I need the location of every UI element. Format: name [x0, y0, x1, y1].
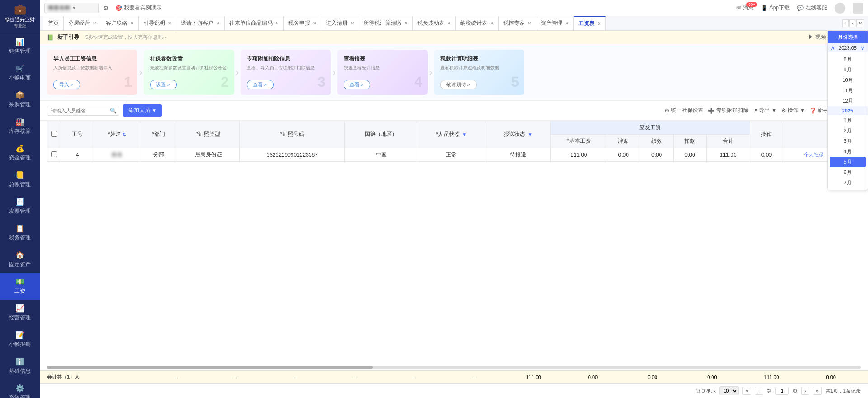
month-item-5[interactable]: 5月 [830, 157, 866, 167]
tab-invite-close[interactable]: ✕ [216, 21, 220, 26]
tab-prev-button[interactable]: ‹ [842, 19, 848, 27]
tab-next-button[interactable]: › [849, 19, 855, 27]
tab-tax-discount-label: 税负波动表 [417, 19, 444, 27]
tab-invite[interactable]: 邀请下游客户 ✕ [176, 16, 225, 31]
month-item-1[interactable]: 1月 [828, 115, 868, 126]
tab-tax-stat-close[interactable]: ✕ [490, 21, 494, 26]
search-input[interactable] [47, 106, 119, 116]
last-page-button[interactable]: » [813, 387, 822, 395]
account-selector[interactable]: 账套名称 ▼ [44, 3, 99, 13]
message-button[interactable]: ✉ 消息 99+ [736, 4, 754, 12]
tab-salary[interactable]: 工资表 ✕ [574, 16, 606, 31]
tab-clearance[interactable]: 进入清册 ✕ [321, 16, 359, 31]
sidebar-item-invoice[interactable]: 🧾 发票管理 [0, 193, 40, 220]
sidebar-item-report[interactable]: 📝 小畅报销 [0, 326, 40, 353]
step2-button[interactable]: 设置＞ [150, 80, 177, 89]
add-employee-button[interactable]: 添加人员 ▼ [123, 104, 162, 117]
plus-icon: ➕ [708, 108, 715, 114]
tab-guide-close[interactable]: ✕ [168, 21, 171, 26]
tab-tax-stat[interactable]: 纳税统计表 ✕ [456, 16, 499, 31]
tab-guide[interactable]: 引导说明 ✕ [139, 16, 176, 31]
special-deduct-button[interactable]: ➕ 专项附加扣除 [708, 107, 749, 114]
extra-button[interactable] [853, 3, 863, 14]
sidebar-item-purchase[interactable]: 📦 采购管理 [0, 86, 40, 113]
guide-video-link[interactable]: ▶ 视频 [808, 33, 826, 41]
tab-tax-report[interactable]: 税务申报 ✕ [284, 16, 321, 31]
topbar-settings-icon[interactable]: ⚙ [103, 5, 109, 12]
tab-income-tax-close[interactable]: ✕ [404, 21, 408, 26]
operation-button[interactable]: ⚙ 操作 ▼ [781, 107, 805, 114]
tab-close-all-button[interactable]: ✕ [856, 19, 864, 27]
step4-desc: 快速查看统计信息 [344, 65, 421, 76]
tab-income-tax[interactable]: 所得税汇算清缴 ✕ [359, 16, 413, 31]
tab-asset-mgmt[interactable]: 资产管理 ✕ [536, 16, 574, 31]
step3-button[interactable]: 查看＞ [247, 80, 274, 89]
status-filter-icon[interactable]: ▼ [462, 132, 467, 137]
month-picker-nav: ∧ 2023.05 ∨ [828, 43, 868, 52]
month-item-3[interactable]: 3月 [828, 136, 868, 146]
month-item-9[interactable]: 9月 [828, 65, 868, 75]
tab-tax-expert[interactable]: 税控专家 ✕ [499, 16, 536, 31]
tab-customer[interactable]: 客户联络 ✕ [101, 16, 139, 31]
sidebar-item-salary[interactable]: 💵 工资 [0, 273, 40, 300]
tab-salary-close[interactable]: ✕ [597, 21, 601, 26]
app-download-button[interactable]: 📱 App下载 [761, 4, 790, 12]
next-page-button[interactable]: › [801, 387, 809, 395]
sidebar-item-label: 工资 [14, 287, 25, 295]
month-item-6[interactable]: 6月 [828, 167, 868, 178]
sidebar-item-sales[interactable]: 📊 销售管理 [0, 33, 40, 60]
step4-button[interactable]: 查看＞ [344, 80, 370, 89]
tab-product-code[interactable]: 往来单位商品编码 ✕ [225, 16, 284, 31]
month-item-10[interactable]: 10月 [828, 75, 868, 85]
horizontal-scrollbar-thumb[interactable] [47, 366, 373, 369]
page-number-input[interactable] [775, 387, 789, 395]
demo-link[interactable]: 🎯 我要看实例演示 [115, 4, 162, 12]
search-icon[interactable]: 🔍 [110, 108, 117, 114]
row-select-checkbox[interactable] [51, 151, 57, 157]
summary-pension: 0.00 [801, 375, 861, 380]
sidebar-item-inventory[interactable]: 🏭 库存核算 [0, 113, 40, 140]
select-all-checkbox[interactable] [51, 131, 57, 137]
month-item-4[interactable]: 4月 [828, 146, 868, 157]
tab-tax-discount-close[interactable]: ✕ [447, 21, 451, 26]
sidebar-item-ecommerce[interactable]: 🛒 小畅电商 [0, 60, 40, 86]
sidebar-item-assets[interactable]: 🏠 固定资产 [0, 246, 40, 273]
tab-product-code-close[interactable]: ✕ [275, 21, 279, 26]
month-item-2[interactable]: 2月 [828, 126, 868, 136]
month-item-12[interactable]: 12月 [828, 96, 868, 106]
month-item-8[interactable]: 8月 [828, 54, 868, 65]
tab-hierarchy[interactable]: 分层经营 ✕ [64, 16, 101, 31]
tab-tax-expert-close[interactable]: ✕ [528, 21, 531, 26]
tab-home[interactable]: 首页 [43, 16, 64, 31]
online-service-button[interactable]: 💬 在线客服 [797, 4, 827, 12]
sidebar-item-operation[interactable]: 📈 经营管理 [0, 300, 40, 326]
sidebar-item-ledger[interactable]: 📒 总账管理 [0, 166, 40, 193]
social-insurance-button[interactable]: ⚙ 统一社保设置 [665, 107, 703, 114]
first-page-button[interactable]: « [742, 387, 751, 395]
tab-hierarchy-close[interactable]: ✕ [93, 21, 96, 26]
sidebar-item-basic[interactable]: ℹ️ 基础信息 [0, 353, 40, 379]
sidebar-item-finance[interactable]: 💰 资金管理 [0, 140, 40, 166]
step5-button[interactable]: 敬请期待＞ [440, 80, 477, 89]
tab-tax-discount[interactable]: 税负波动表 ✕ [413, 16, 456, 31]
sidebar-item-system[interactable]: ⚙️ 系统管理 [0, 379, 40, 398]
report-status-filter-icon[interactable]: ▼ [528, 132, 533, 137]
th-dept: *部门 [140, 121, 177, 148]
month-picker-prev-button[interactable]: ∧ [830, 44, 835, 52]
tab-asset-mgmt-close[interactable]: ✕ [565, 21, 569, 26]
horizontal-scrollbar-track[interactable] [47, 366, 861, 369]
prev-page-button[interactable]: ‹ [755, 387, 763, 395]
personal-social-insurance-link[interactable]: 个人社保 [804, 152, 824, 157]
tab-tax-report-close[interactable]: ✕ [313, 21, 316, 26]
sidebar-item-tax[interactable]: 📋 税务管理 [0, 220, 40, 246]
step1-button[interactable]: 导入＞ [53, 80, 80, 89]
export-button[interactable]: ↗ 导出 ▼ [753, 107, 777, 114]
th-total: 合计 [707, 135, 750, 148]
per-page-select[interactable]: 10 20 50 [719, 386, 739, 395]
user-avatar[interactable] [835, 3, 845, 14]
month-item-11[interactable]: 11月 [828, 85, 868, 96]
month-item-7[interactable]: 7月 [828, 178, 868, 188]
tab-clearance-close[interactable]: ✕ [350, 21, 354, 26]
tab-customer-close[interactable]: ✕ [130, 21, 134, 26]
month-picker-next-button[interactable]: ∨ [860, 44, 865, 52]
